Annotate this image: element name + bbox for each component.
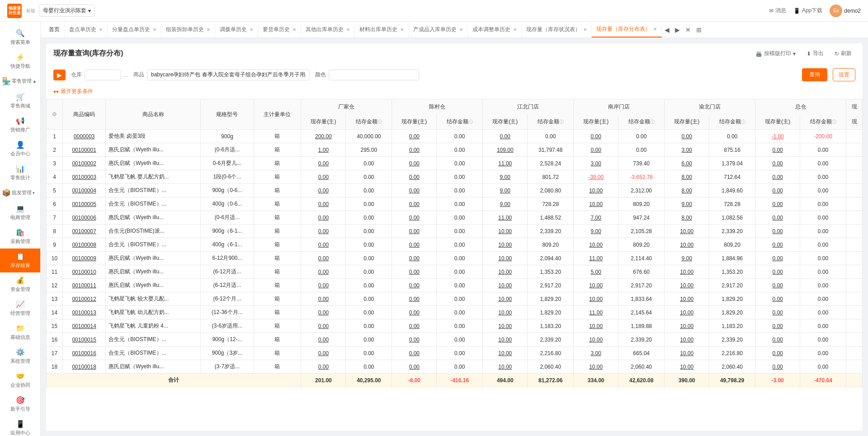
sidebar-item-app-center[interactable]: 📱 应用中心: [0, 416, 40, 436]
cell-jiangbei-stock: 109.00: [483, 143, 528, 157]
expand-more-btn[interactable]: ▾▾ 展开更多条件: [53, 88, 93, 95]
cell-factory-amount: 0.00: [346, 252, 392, 265]
product-code-link[interactable]: 00100010: [72, 269, 96, 275]
gear-icon[interactable]: ⚙: [52, 111, 57, 117]
cell-code: 00100014: [63, 319, 106, 333]
cell-factory-amount: 0.00: [346, 265, 392, 279]
product-code-link[interactable]: 00100012: [72, 296, 96, 302]
sidebar-item-member[interactable]: 👤 会员中心: [0, 137, 40, 161]
tab-stock-dist[interactable]: 现存量（库存分布表） ✕: [592, 22, 662, 38]
sidebar-item-search[interactable]: 🔍 搜索英单: [0, 25, 40, 49]
tab-close-icon[interactable]: ✕: [653, 27, 657, 32]
product-code-link[interactable]: 00100018: [72, 364, 96, 370]
tab-inventory-count[interactable]: 盘点单历史 ✕: [65, 22, 108, 38]
cell-name: 合生元(BIOSTIME)派...: [106, 225, 201, 238]
tab-prev-btn[interactable]: ◀: [662, 26, 672, 33]
tab-other-out[interactable]: 其他出库单历史 ✕: [301, 22, 355, 38]
tab-close-icon[interactable]: ✕: [583, 27, 587, 32]
sidebar-item-retail-mall[interactable]: 🛒 零售商城: [0, 89, 40, 113]
print-btn[interactable]: 🖨️ 按模版打印 ▾: [752, 48, 799, 59]
sidebar-item-wholesale[interactable]: 📦 批发管理 ▾: [0, 185, 40, 201]
tab-close-icon[interactable]: ✕: [153, 27, 156, 32]
cell-index: 14: [47, 306, 63, 319]
cell-chenlu-amount: 0.00: [437, 184, 483, 197]
expand-arrow-btn[interactable]: ▶: [53, 70, 66, 80]
tab-close-icon[interactable]: ✕: [513, 27, 517, 32]
tab-close-all-btn[interactable]: ✕: [683, 26, 693, 33]
tab-home[interactable]: 首页: [44, 22, 65, 38]
sidebar-item-operations[interactable]: 📈 经营管理: [0, 296, 40, 320]
tab-close-icon[interactable]: ✕: [346, 27, 350, 32]
tab-close-icon[interactable]: ✕: [292, 27, 296, 32]
settings-button[interactable]: 设置: [833, 68, 855, 81]
product-code-link[interactable]: 00100004: [72, 188, 96, 194]
th-gear[interactable]: ⚙: [47, 99, 63, 130]
tab-material-out[interactable]: 材料出库单历史 ✕: [355, 22, 409, 38]
product-code-link[interactable]: 00100014: [72, 323, 96, 329]
company-selector[interactable]: 母婴行业演示陈套 ▾: [39, 5, 95, 17]
export-btn[interactable]: ⬇ 导出: [803, 48, 827, 59]
tab-stock-status[interactable]: 现存量（库存状况表） ✕: [522, 22, 592, 38]
sidebar-item-guide[interactable]: 🎯 新手引导: [0, 392, 40, 416]
product-code-link[interactable]: 00100011: [72, 282, 96, 289]
cell-yubeibei-stock: 9.00: [665, 252, 709, 265]
tab-combo-disassemble[interactable]: 组装拆卸单历史 ✕: [161, 22, 215, 38]
product-code-link[interactable]: 00100008: [72, 242, 96, 248]
tab-close-icon[interactable]: ✕: [400, 27, 404, 32]
color-input[interactable]: [329, 70, 419, 80]
product-code-link[interactable]: 0000003: [74, 133, 95, 140]
product-code-link[interactable]: 00100007: [72, 228, 96, 234]
product-code-link[interactable]: 00100006: [72, 215, 96, 221]
sidebar-item-enterprise[interactable]: 🤝 企业协同: [0, 368, 40, 392]
product-code-link[interactable]: 00100016: [72, 350, 96, 356]
product-code-link[interactable]: 00100013: [72, 309, 96, 316]
marketing-icon: 📢: [16, 117, 25, 125]
table-row: 12 00100011 惠氏启赋（Wyeth illu... (6-12月适..…: [47, 279, 863, 292]
sidebar-item-inventory[interactable]: 📋 库存核算: [0, 248, 40, 272]
user-area[interactable]: Ea demo2: [830, 5, 861, 17]
tab-close-icon[interactable]: ✕: [207, 27, 210, 32]
tab-close-icon[interactable]: ✕: [250, 27, 253, 32]
cell-nanan-amount: 2,145.64: [618, 306, 665, 319]
product-code-link[interactable]: 00100005: [72, 201, 96, 207]
sidebar-item-retail-stats[interactable]: 📊 零售统计: [0, 161, 40, 185]
tab-order-demand[interactable]: 要货单历史 ✕: [258, 22, 301, 38]
sidebar-item-purchase[interactable]: 🛍️ 采购管理: [0, 225, 40, 248]
product-code-link[interactable]: 00100015: [72, 337, 96, 343]
refresh-btn[interactable]: ↻ 刷新: [831, 48, 855, 59]
tab-production-in[interactable]: 产成品入库单历史 ✕: [409, 22, 468, 38]
cell-total-amount: 0.00: [800, 360, 846, 374]
sidebar-item-marketing[interactable]: 📢 营销推广: [0, 113, 40, 137]
sidebar-item-shortcut[interactable]: ⚡ 快捷导航: [0, 49, 40, 73]
cell-unit: 箱: [254, 225, 301, 238]
cell-total-stock: 0.00: [755, 225, 800, 238]
message-btn[interactable]: ✉ 消息: [769, 7, 786, 14]
message-icon: ✉: [769, 8, 774, 14]
summary-total-stock: -3.00: [755, 374, 800, 387]
tab-expand-btn[interactable]: ⊞: [693, 26, 704, 33]
tab-close-icon[interactable]: ✕: [99, 27, 103, 32]
sidebar-item-finance[interactable]: 💰 资金管理: [0, 272, 40, 296]
product-code-link[interactable]: 00100001: [72, 147, 96, 153]
query-button[interactable]: 查询: [802, 68, 827, 81]
tab-transfer[interactable]: 调拨单历史 ✕: [215, 22, 258, 38]
tab-inventory-count2[interactable]: 分量盘点单历史 ✕: [108, 22, 161, 38]
cell-spec: 900g: [201, 130, 254, 143]
tab-cost-adjust[interactable]: 成本调整单历史 ✕: [468, 22, 522, 38]
sidebar-item-basics[interactable]: 📁 基础信息: [0, 320, 40, 344]
tab-next-btn[interactable]: ▶: [672, 26, 683, 33]
tab-close-icon[interactable]: ✕: [459, 27, 463, 32]
cell-name: 飞鹤星飞帆 婴儿配方奶...: [106, 170, 201, 184]
app-download-btn[interactable]: 📱 App下载: [793, 7, 822, 14]
product-input[interactable]: [147, 70, 310, 80]
sidebar-item-ecommerce[interactable]: 💻 电商管理: [0, 201, 40, 225]
product-code-link[interactable]: 00100003: [72, 174, 96, 180]
cell-nanan-stock: 9.00: [574, 225, 618, 238]
cell-total-stock: 0.00: [755, 184, 800, 197]
th-factory-warehouse: 厂家仓: [301, 99, 392, 115]
warehouse-input[interactable]: [85, 70, 121, 80]
sidebar-item-retail[interactable]: 🏪 零售管理 ▲: [0, 73, 40, 89]
product-code-link[interactable]: 00100009: [72, 255, 96, 262]
sidebar-item-system[interactable]: ⚙️ 系统管理: [0, 344, 40, 368]
product-code-link[interactable]: 00100002: [72, 160, 96, 167]
